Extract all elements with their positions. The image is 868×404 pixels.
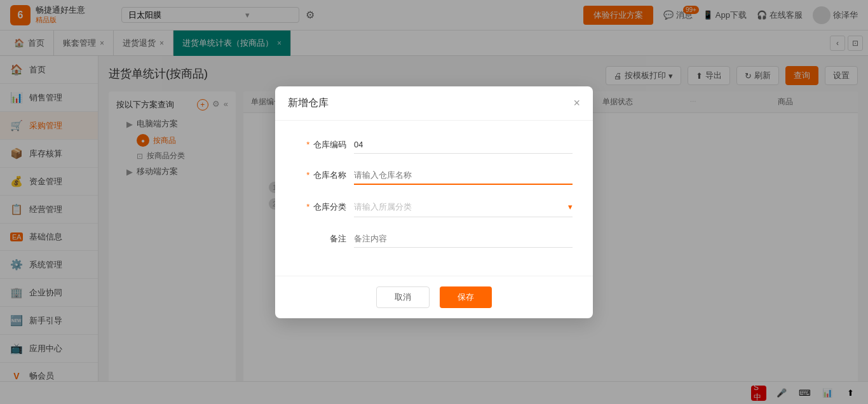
category-label: * 仓库分类 — [295, 201, 346, 213]
remark-label: 备注 — [295, 233, 346, 245]
save-button[interactable]: 保存 — [440, 286, 492, 308]
form-item-category: * 仓库分类 请输入所属分类 ▾ — [295, 198, 573, 217]
category-dropdown-icon: ▾ — [568, 202, 573, 212]
remark-input[interactable] — [354, 230, 573, 248]
form-item-remark: 备注 — [295, 230, 573, 248]
dialog-header: 新增仓库 × — [275, 86, 593, 121]
category-placeholder: 请输入所属分类 — [354, 201, 412, 213]
category-select[interactable]: 请输入所属分类 ▾ — [354, 198, 573, 217]
cancel-button[interactable]: 取消 — [376, 286, 430, 308]
dialog-body: * 仓库编码 * 仓库名称 * 仓库分类 请输入所属 — [275, 121, 593, 276]
modal-overlay: 新增仓库 × * 仓库编码 * 仓库名称 — [0, 0, 868, 404]
name-label: * 仓库名称 — [295, 170, 346, 181]
form-item-code: * 仓库编码 — [295, 136, 573, 154]
dialog-close-button[interactable]: × — [573, 97, 580, 110]
form-item-name: * 仓库名称 — [295, 166, 573, 185]
new-warehouse-dialog: 新增仓库 × * 仓库编码 * 仓库名称 — [275, 86, 593, 318]
code-label: * 仓库编码 — [295, 139, 346, 151]
dialog-title: 新增仓库 — [288, 97, 329, 110]
name-input[interactable] — [354, 166, 573, 185]
code-input[interactable] — [354, 136, 573, 154]
dialog-footer: 取消 保存 — [275, 276, 593, 318]
